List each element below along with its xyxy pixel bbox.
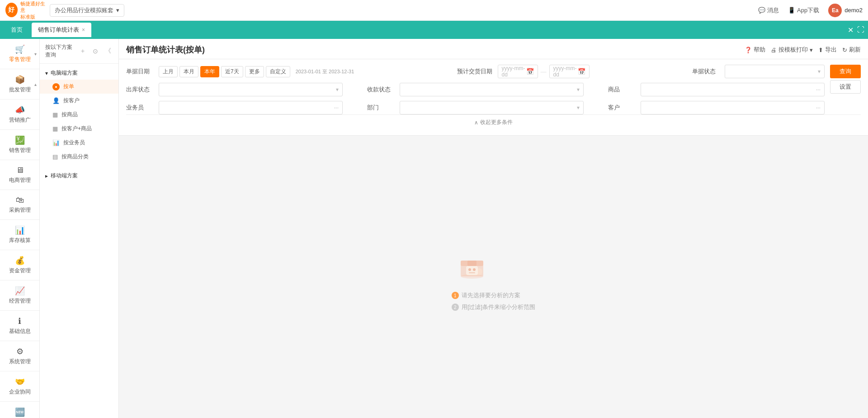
tab-home[interactable]: 首页 [4, 21, 30, 39]
sidebar-item-finance[interactable]: 💰 资金管理 [0, 250, 39, 280]
tab-bar-right: ✕ ⛶ [848, 26, 864, 34]
download-icon: 📱 [788, 7, 795, 14]
scheme-group-mobile-header[interactable]: ▸ 移动端方案 [40, 169, 118, 182]
filter-actions: 查询 设置 [830, 65, 861, 94]
help-btn[interactable]: ❓ 帮助 [745, 46, 765, 54]
retail-icon: 🛒 [15, 44, 25, 54]
more-icon: ··· [334, 104, 339, 111]
sidebar-item-newguide[interactable]: 🆕 新手引导 [0, 402, 39, 418]
logo-area: 好 畅捷通好生意 标准版 [5, 0, 45, 20]
purchase-icon: 🛍 [16, 195, 24, 205]
svg-point-6 [468, 268, 471, 271]
table-icon: ▤ [52, 153, 58, 160]
sidebar-item-marketing[interactable]: 📣 营销推广 [0, 100, 39, 130]
sidebar-item-operations[interactable]: 📈 经营管理 [0, 280, 39, 311]
chevron-down-icon: ▾ [34, 52, 37, 57]
delivery-date-group: yyyy-mm-dd 📅 — yyyy-mm-dd 📅 [498, 65, 590, 78]
scheme-item-by-salesperson[interactable]: 📊 按业务员 [40, 136, 118, 150]
settings-button[interactable]: 设置 [830, 80, 861, 94]
maximize-icon[interactable]: ⛶ [857, 26, 864, 34]
page-title: 销售订单统计表(按单) [126, 44, 745, 55]
empty-icon-wrapper [452, 242, 492, 283]
sidebar-item-purchase[interactable]: 🛍 采购管理 [0, 190, 39, 220]
filter-row-3: 业务员 ··· 部门 ▾ [126, 101, 825, 114]
sidebar-item-ecom[interactable]: 🖥 电商管理 [0, 160, 39, 190]
user-area[interactable]: Ea demo2 [828, 4, 863, 17]
finance-icon: 💰 [15, 256, 25, 266]
chevron-down-icon: ▾ [577, 86, 580, 93]
grid-icon: ▦ [52, 111, 58, 118]
add-scheme-btn[interactable]: ＋ [78, 46, 88, 56]
salesperson-label: 业务员 [126, 104, 153, 112]
top-bar-right: 💬 消息 📱 App下载 Ea demo2 [758, 4, 863, 17]
sidebar-item-basic[interactable]: ℹ 基础信息 [0, 311, 39, 341]
filter-rows-container: 单据日期 上月 本月 本年 近7天 更多 自定义 2023-01-01 至 20… [126, 65, 825, 114]
sidebar-item-enterprise[interactable]: 🤝 企业协同 [0, 371, 39, 402]
query-button[interactable]: 查询 [830, 65, 861, 78]
date-btn-7days[interactable]: 近7天 [221, 66, 243, 77]
grid2-icon: ▦ [52, 125, 58, 132]
scheme-item-by-order[interactable]: ● 按单 [40, 80, 118, 94]
settings-scheme-btn[interactable]: ⊙ [90, 46, 100, 56]
hint-num-1: 1 [452, 292, 459, 299]
ship-status-select[interactable]: ▾ [159, 83, 343, 96]
sales-icon: 💹 [15, 135, 25, 145]
chevron-up-icon: ▴ [34, 82, 37, 87]
status-select[interactable]: ▾ [725, 65, 825, 78]
chevron-down-icon: ▾ [116, 7, 119, 14]
refresh-icon: ↻ [842, 47, 847, 53]
sidebar-item-retail[interactable]: 🛒 零售管理 ▾ [0, 39, 39, 69]
main-layout: 🛒 零售管理 ▾ 📦 批发管理 ▴ 📣 营销推广 💹 销售管理 🖥 电商管理 🛍… [0, 39, 868, 418]
salesperson-input[interactable]: ··· [159, 101, 343, 114]
logo-icon: 好 [5, 3, 18, 17]
refresh-btn[interactable]: ↻ 刷新 [842, 46, 861, 54]
print-btn[interactable]: 🖨 按模板打印 ▾ [771, 46, 813, 54]
app-selector[interactable]: 办公用品行业模拟账套 ▾ [50, 4, 124, 17]
scheme-group-mobile: ▸ 移动端方案 [40, 166, 118, 185]
scheme-item-by-customer[interactable]: 👤 按客户 [40, 94, 118, 108]
inventory-icon: 📊 [15, 225, 25, 235]
sidebar-item-wholesale[interactable]: 📦 批发管理 ▴ [0, 69, 39, 100]
messages-btn[interactable]: 💬 消息 [758, 6, 779, 14]
scheme-item-by-category[interactable]: ▤ 按商品分类 [40, 150, 118, 164]
logo-text: 畅捷通好生意 标准版 [20, 0, 45, 20]
goods-label: 商品 [608, 86, 635, 94]
page-header-actions: ❓ 帮助 🖨 按模板打印 ▾ ⬆ 导出 ↻ 刷新 [745, 46, 861, 54]
left-panel: 按以下方案查询 ＋ ⊙ 《 ▾ 电脑端方案 ● 按单 👤 按客户 [40, 39, 119, 418]
tab-active[interactable]: 销售订单统计表 × [32, 23, 91, 37]
sidebar-item-sales[interactable]: 💹 销售管理 [0, 130, 39, 160]
delivery-date-start[interactable]: yyyy-mm-dd 📅 [498, 65, 538, 78]
date-btn-this-month[interactable]: 本月 [179, 66, 198, 77]
scheme-group-desktop-header[interactable]: ▾ 电脑端方案 [40, 66, 118, 80]
scheme-item-by-goods[interactable]: ▦ 按商品 [40, 108, 118, 122]
message-icon: 💬 [758, 7, 765, 14]
date-range-text: 2023-01-01 至 2023-12-31 [296, 68, 354, 75]
download-btn[interactable]: 📱 App下载 [788, 6, 819, 14]
sidebar-item-system[interactable]: ⚙ 系统管理 [0, 341, 39, 371]
scheme-item-by-customer-goods[interactable]: ▦ 按客户+商品 [40, 122, 118, 136]
customer-input[interactable]: ··· [641, 101, 825, 114]
page-header: 销售订单统计表(按单) ❓ 帮助 🖨 按模板打印 ▾ ⬆ 导出 [119, 39, 868, 59]
delivery-date-end[interactable]: yyyy-mm-dd 📅 [549, 65, 590, 78]
goods-input[interactable]: ··· [641, 83, 825, 96]
date-btn-more[interactable]: 更多 [245, 66, 264, 77]
circle-icon: ● [52, 83, 60, 90]
date-btn-this-year[interactable]: 本年 [200, 66, 219, 77]
sidebar-item-inventory[interactable]: 📊 库存核算 [0, 220, 39, 250]
dept-select[interactable]: ▾ [400, 101, 584, 114]
date-btn-last-month[interactable]: 上月 [159, 66, 178, 77]
wholesale-icon: 📦 [15, 75, 25, 85]
print-icon: 🖨 [771, 47, 777, 53]
collapse-panel-btn[interactable]: 《 [103, 46, 113, 56]
pay-status-select[interactable]: ▾ [400, 83, 584, 96]
date-btn-custom[interactable]: 自定义 [266, 66, 290, 77]
ecom-icon: 🖥 [16, 166, 24, 175]
filter-row-wrapper: 单据日期 上月 本月 本年 近7天 更多 自定义 2023-01-01 至 20… [126, 65, 861, 114]
ship-status-label: 出库状态 [126, 86, 153, 94]
collapse-bar[interactable]: ∧ 收起更多条件 [126, 114, 861, 130]
window-close-icon[interactable]: ✕ [848, 26, 854, 34]
close-icon[interactable]: × [82, 27, 85, 33]
enterprise-icon: 🤝 [15, 377, 25, 387]
svg-rect-2 [467, 261, 476, 266]
export-btn[interactable]: ⬆ 导出 [818, 46, 837, 54]
